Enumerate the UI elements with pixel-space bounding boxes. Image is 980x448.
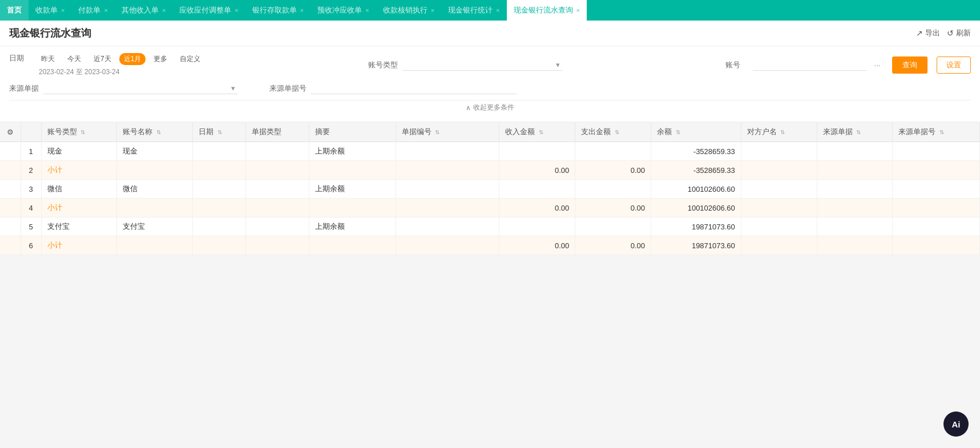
export-button[interactable]: ↗ 导出	[916, 28, 940, 38]
td-counterpart	[741, 199, 817, 217]
tab-prepay-label: 预收冲应收单	[317, 5, 362, 15]
close-stats-icon[interactable]: ×	[496, 7, 499, 14]
td-summary	[309, 199, 396, 217]
tab-other-income[interactable]: 其他收入单 ×	[115, 0, 172, 21]
close-receipt-icon[interactable]: ×	[61, 7, 64, 14]
td-doc-type	[246, 217, 309, 236]
td-income	[499, 142, 575, 161]
th-account-type[interactable]: 账号类型 ⇅	[41, 122, 117, 142]
td-account-name: 微信	[117, 180, 193, 199]
sort-arrows-account-type: ⇅	[80, 129, 85, 135]
tab-home[interactable]: 首页	[0, 0, 29, 21]
th-date[interactable]: 日期 ⇅	[193, 122, 246, 142]
td-summary: 上期余额	[309, 217, 396, 236]
table-row: 6小计0.000.0019871073.60	[0, 236, 980, 255]
date-opt-custom[interactable]: 自定义	[175, 53, 205, 65]
td-account-type: 支付宝	[41, 217, 117, 236]
tab-query[interactable]: 现金银行流水查询 ×	[507, 0, 587, 21]
account-type-label: 账号类型	[368, 60, 398, 70]
date-opt-today[interactable]: 今天	[63, 53, 86, 65]
tab-payment-label: 付款单	[78, 5, 100, 15]
date-options-wrap: 昨天 今天 近7天 近1月 更多 自定义 2023-02-24 至 2023-0…	[37, 53, 205, 77]
td-source-doc	[817, 199, 893, 217]
th-source-doc-no[interactable]: 来源单据号 ⇅	[893, 122, 980, 142]
date-label: 日期	[9, 53, 32, 63]
chevron-down-icon: ▾	[556, 60, 560, 69]
tab-bank-deposit[interactable]: 银行存取款单 ×	[245, 0, 310, 21]
td-account-name: 支付宝	[117, 217, 193, 236]
td-summary: 上期余额	[309, 180, 396, 199]
tab-verify[interactable]: 收款核销执行 ×	[376, 0, 441, 21]
query-button[interactable]: 查询	[892, 56, 927, 74]
account-type-select[interactable]: ▾	[402, 59, 562, 71]
settings-button[interactable]: 设置	[937, 56, 971, 74]
tab-receipt[interactable]: 收款单 ×	[29, 0, 71, 21]
close-verify-icon[interactable]: ×	[431, 7, 434, 14]
date-opt-1month[interactable]: 近1月	[119, 53, 146, 65]
th-doc-type[interactable]: 单据类型	[246, 122, 309, 142]
account-input[interactable]	[755, 60, 865, 69]
th-source-doc[interactable]: 来源单据 ⇅	[817, 122, 893, 142]
td-account-name	[117, 161, 193, 180]
date-opt-yesterday[interactable]: 昨天	[37, 53, 59, 65]
td-account-name	[117, 199, 193, 217]
td-doc-no	[396, 199, 499, 217]
tab-stats[interactable]: 现金银行统计 ×	[441, 0, 506, 21]
close-query-icon[interactable]: ×	[576, 7, 580, 14]
date-opt-more[interactable]: 更多	[149, 53, 172, 65]
date-options: 昨天 今天 近7天 近1月 更多 自定义	[37, 53, 205, 65]
td-counterpart	[741, 236, 817, 255]
th-gear[interactable]: ⚙	[0, 122, 21, 142]
close-adjust-icon[interactable]: ×	[235, 7, 238, 14]
tab-prepay[interactable]: 预收冲应收单 ×	[310, 0, 376, 21]
th-counterpart[interactable]: 对方户名 ⇅	[741, 122, 817, 142]
close-prepay-icon[interactable]: ×	[365, 7, 369, 14]
account-dots-icon[interactable]: ···	[872, 59, 883, 71]
td-expense: 0.00	[575, 161, 651, 180]
tab-adjust-label: 应收应付调整单	[179, 5, 231, 15]
th-income[interactable]: 收入金额 ⇅	[499, 122, 575, 142]
source-doc-no-input[interactable]	[313, 84, 514, 92]
sort-arrows-source-doc-no: ⇅	[939, 129, 944, 135]
source-doc-label: 来源单据	[9, 83, 39, 94]
td-account-type: 小计	[41, 236, 117, 255]
td-num: 4	[21, 199, 41, 217]
td-gear	[0, 199, 21, 217]
td-counterpart	[741, 142, 817, 161]
tab-other-income-label: 其他收入单	[122, 5, 159, 15]
th-account-name[interactable]: 账号名称 ⇅	[117, 122, 193, 142]
td-summary	[309, 161, 396, 180]
close-other-income-icon[interactable]: ×	[162, 7, 166, 14]
th-expense[interactable]: 支出金额 ⇅	[575, 122, 651, 142]
tab-stats-label: 现金银行统计	[448, 5, 493, 15]
collapse-button[interactable]: ∧ 收起更多条件	[9, 100, 971, 115]
td-doc-type	[246, 236, 309, 255]
source-doc-select[interactable]: ▾	[43, 83, 237, 94]
tab-payment[interactable]: 付款单 ×	[71, 0, 114, 21]
td-counterpart	[741, 180, 817, 199]
filter-area: 日期 昨天 今天 近7天 近1月 更多 自定义 2023-02-24 至 202…	[0, 46, 980, 122]
close-bank-deposit-icon[interactable]: ×	[300, 7, 304, 14]
th-summary[interactable]: 摘要	[309, 122, 396, 142]
close-payment-icon[interactable]: ×	[104, 7, 107, 14]
refresh-button[interactable]: ↺ 刷新	[947, 28, 971, 38]
tab-adjust[interactable]: 应收应付调整单 ×	[172, 0, 245, 21]
td-source-doc-no	[893, 236, 980, 255]
td-expense	[575, 217, 651, 236]
collapse-up-icon: ∧	[466, 104, 471, 112]
td-source-doc	[817, 180, 893, 199]
th-balance[interactable]: 余额 ⇅	[651, 122, 741, 142]
sort-arrows-expense: ⇅	[615, 129, 619, 135]
td-date	[193, 180, 246, 199]
td-summary	[309, 236, 396, 255]
tab-bank-deposit-label: 银行存取款单	[252, 5, 297, 15]
date-range: 2023-02-24 至 2023-03-24	[39, 67, 205, 77]
td-gear	[0, 142, 21, 161]
date-opt-7days[interactable]: 近7天	[89, 53, 116, 65]
td-account-name: 现金	[117, 142, 193, 161]
th-doc-no[interactable]: 单据编号 ⇅	[396, 122, 499, 142]
filter-row-date: 日期 昨天 今天 近7天 近1月 更多 自定义 2023-02-24 至 202…	[9, 53, 971, 77]
sort-arrows-income: ⇅	[539, 129, 543, 135]
td-balance: 100102606.60	[651, 199, 741, 217]
td-doc-no	[396, 217, 499, 236]
